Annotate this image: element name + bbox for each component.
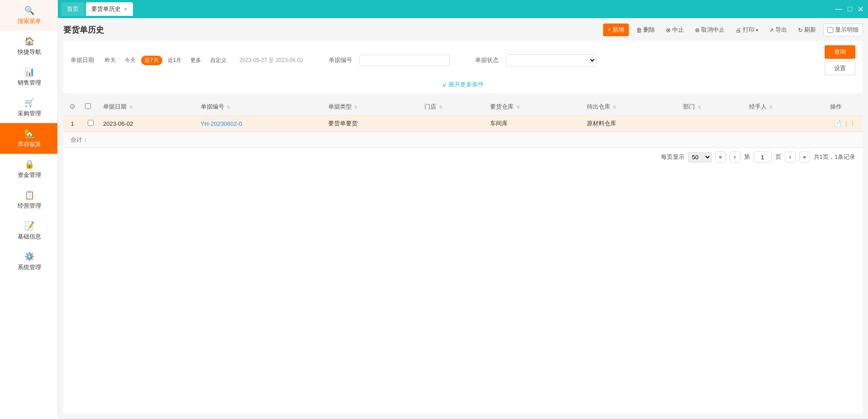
refresh-button[interactable]: ↻ 刷新 bbox=[794, 24, 820, 36]
th-date[interactable]: 单据日期 ⇅ bbox=[99, 98, 197, 116]
shortcut-7days[interactable]: 近7天 bbox=[141, 56, 162, 65]
table-header-row: ⚙ 单据日期 ⇅ 单据编号 ⇅ bbox=[63, 98, 863, 116]
tab-home[interactable]: 首页 bbox=[61, 2, 84, 16]
th-order-no[interactable]: 单据编号 ⇅ bbox=[197, 98, 325, 116]
query-button[interactable]: 查询 bbox=[825, 45, 855, 59]
operations-icon: 📋 bbox=[24, 190, 34, 200]
sort-reqwh-icon: ⇅ bbox=[516, 105, 520, 110]
shortcut-more[interactable]: 更多 bbox=[187, 56, 205, 65]
row-operation: 📄 ⋮⋮ bbox=[826, 116, 863, 132]
row-date: 2023-06-02 bbox=[99, 116, 197, 132]
sort-waitwh-icon: ⇅ bbox=[613, 105, 616, 110]
row-edit-icon[interactable]: 📄 bbox=[834, 120, 841, 127]
th-department[interactable]: 部门 ⇅ bbox=[679, 98, 745, 116]
sort-ordertype-icon: ⇅ bbox=[354, 105, 358, 110]
th-handler[interactable]: 经手人 ⇅ bbox=[745, 98, 826, 116]
table-row: 1 2023-06-02 YH-20230602-0 要货单要货 车间库 原材料… bbox=[63, 116, 863, 132]
finance-icon: 🔒 bbox=[24, 159, 34, 169]
maximize-button[interactable]: □ bbox=[847, 4, 853, 14]
tab-requisition-history[interactable]: 要货单历史 ✕ bbox=[86, 2, 133, 16]
sidebar-item-label: 销售管理 bbox=[18, 79, 41, 87]
shortcut-1month[interactable]: 近1月 bbox=[164, 56, 185, 65]
sidebar-item-finance[interactable]: 🔒 资金管理 bbox=[0, 154, 57, 185]
show-detail-toggle[interactable]: 显示明细 bbox=[823, 24, 863, 36]
show-detail-checkbox[interactable] bbox=[827, 27, 833, 33]
sidebar-item-basic-info[interactable]: 📝 基础信息 bbox=[0, 215, 57, 246]
row-checkbox[interactable] bbox=[88, 120, 94, 126]
th-order-type[interactable]: 单据类型 ⇅ bbox=[325, 98, 421, 116]
last-page-button[interactable]: » bbox=[799, 152, 810, 162]
sidebar-item-inventory[interactable]: 🏡 库存核算 bbox=[0, 123, 57, 154]
page-label: 第 bbox=[744, 153, 750, 161]
sidebar-item-sales[interactable]: 📊 销售管理 bbox=[0, 62, 57, 92]
print-icon: 🖨 bbox=[736, 27, 741, 33]
row-checkbox-cell bbox=[81, 116, 99, 132]
export-button[interactable]: ↗ 导出 bbox=[765, 24, 791, 36]
date-shortcuts: 昨天 今天 近7天 近1月 更多 自定义 bbox=[101, 56, 230, 65]
row-req-warehouse: 车间库 bbox=[486, 116, 583, 132]
sidebar-item-label: 快捷导航 bbox=[18, 48, 41, 56]
next-page-button[interactable]: › bbox=[785, 152, 796, 162]
page-title: 要货单历史 bbox=[63, 24, 603, 35]
sidebar-item-system[interactable]: ⚙️ 系统管理 bbox=[0, 246, 57, 277]
refresh-icon: ↻ bbox=[798, 27, 803, 33]
delete-button[interactable]: 🗑 删除 bbox=[632, 24, 659, 36]
sidebar-item-label: 资金管理 bbox=[18, 171, 41, 179]
table-settings-icon[interactable]: ⚙ bbox=[69, 103, 75, 110]
table-container: ⚙ 单据日期 ⇅ 单据编号 ⇅ bbox=[63, 98, 863, 414]
home-icon: 🏠 bbox=[24, 36, 34, 46]
stop-button[interactable]: ⊗ 中止 bbox=[662, 24, 688, 36]
page-header: 要货单历史 + 新增 🗑 删除 ⊗ 中止 ⊗ 取消中止 🖨 打印 bbox=[63, 24, 863, 36]
sort-shop-icon: ⇅ bbox=[439, 105, 443, 110]
topbar: 首页 要货单历史 ✕ — □ ✕ bbox=[58, 0, 868, 18]
status-select[interactable] bbox=[506, 54, 596, 67]
print-button[interactable]: 🖨 打印 ▾ bbox=[732, 24, 762, 36]
sidebar-item-label: 库存核算 bbox=[18, 140, 41, 148]
page-input[interactable] bbox=[754, 152, 772, 162]
row-shop bbox=[421, 116, 486, 132]
row-handler bbox=[745, 116, 826, 132]
expand-filter-button[interactable]: ∨ 展开更多条件 bbox=[442, 78, 484, 89]
sidebar-item-search-menu[interactable]: 🔍 搜索菜单 bbox=[0, 0, 57, 31]
th-checkbox bbox=[81, 98, 99, 116]
search-menu-icon: 🔍 bbox=[24, 5, 34, 15]
row-department bbox=[679, 116, 745, 132]
filter-area: 单据日期 昨天 今天 近7天 近1月 更多 自定义 2023-05-27 至 2… bbox=[63, 41, 863, 93]
settings-button[interactable]: 设置 bbox=[825, 62, 855, 75]
sidebar-item-operations[interactable]: 📋 经营管理 bbox=[0, 185, 57, 215]
shortcut-yesterday[interactable]: 昨天 bbox=[101, 56, 119, 65]
tab-requisition-history-label: 要货单历史 bbox=[91, 5, 121, 13]
date-range-display: 2023-05-27 至 2023-06-02 bbox=[239, 57, 303, 64]
sidebar-item-purchase[interactable]: 🛒 采购管理 bbox=[0, 92, 57, 123]
th-wait-warehouse[interactable]: 待出仓库 ⇅ bbox=[583, 98, 679, 116]
close-button[interactable]: ✕ bbox=[857, 4, 864, 14]
shortcut-custom[interactable]: 自定义 bbox=[207, 56, 230, 65]
prev-page-button[interactable]: ‹ bbox=[730, 152, 741, 162]
sidebar-item-quick-nav[interactable]: 🏠 快捷导航 bbox=[0, 31, 57, 62]
th-shop[interactable]: 门店 ⇅ bbox=[421, 98, 486, 116]
tab-close-icon[interactable]: ✕ bbox=[123, 6, 127, 12]
sidebar-item-label: 系统管理 bbox=[18, 263, 41, 271]
minimize-button[interactable]: — bbox=[834, 4, 843, 14]
th-req-warehouse[interactable]: 要货仓库 ⇅ bbox=[486, 98, 583, 116]
shortcut-today[interactable]: 今天 bbox=[121, 56, 139, 65]
stop-icon: ⊗ bbox=[666, 27, 671, 33]
sidebar: 🔍 搜索菜单 🏠 快捷导航 📊 销售管理 🛒 采购管理 🏡 库存核算 🔒 资金管… bbox=[0, 0, 58, 419]
cancel-stop-button[interactable]: ⊗ 取消中止 bbox=[691, 24, 728, 36]
first-page-button[interactable]: « bbox=[715, 152, 726, 162]
cancel-stop-icon: ⊗ bbox=[695, 27, 700, 33]
row-order-type: 要货单要货 bbox=[325, 116, 421, 132]
order-no-link[interactable]: YH-20230602-0 bbox=[201, 120, 242, 127]
select-all-checkbox[interactable] bbox=[85, 103, 91, 109]
new-button[interactable]: + 新增 bbox=[603, 24, 629, 36]
order-no-input[interactable] bbox=[359, 55, 450, 66]
sales-icon: 📊 bbox=[24, 67, 34, 77]
print-dropdown-icon: ▾ bbox=[756, 28, 758, 33]
expand-icon: ∨ bbox=[442, 81, 447, 88]
filter-actions: 查询 设置 bbox=[825, 45, 855, 75]
page-size-select[interactable]: 50 20 100 200 bbox=[688, 152, 712, 162]
status-label: 单据状态 bbox=[475, 56, 499, 64]
th-settings[interactable]: ⚙ bbox=[63, 98, 81, 116]
row-more-icon[interactable]: ⋮⋮ bbox=[843, 120, 856, 127]
sidebar-item-label: 搜索菜单 bbox=[18, 17, 41, 25]
